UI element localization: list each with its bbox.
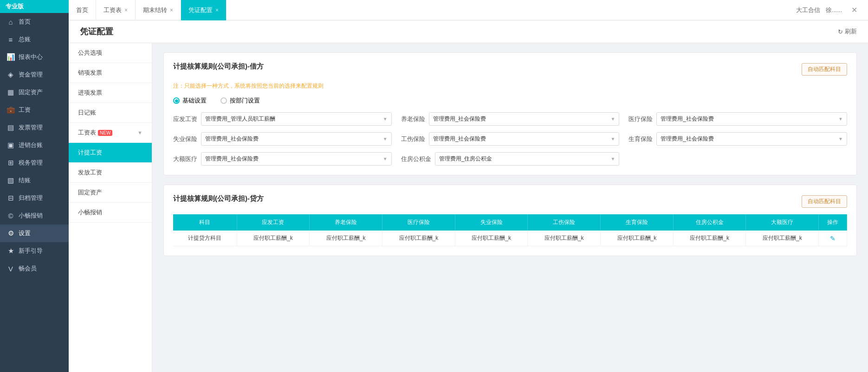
- content-area: 公共选项 销项发票 进项发票 日记账 工资表 NEW ▼ 计提工资 发放工资: [69, 43, 868, 372]
- chevron-down-icon: ▼: [610, 116, 615, 122]
- user-avatar: 徐......: [826, 6, 842, 14]
- sidebar-item-capital[interactable]: ◈ 资金管理: [0, 66, 69, 83]
- nav-journal[interactable]: 日记账: [69, 103, 152, 123]
- form-row-medical: 医疗保险 管理费用_社会保险费 ▼: [628, 112, 847, 126]
- ledger-icon: ≡: [6, 36, 15, 44]
- sidebar-item-label: 首页: [19, 18, 31, 26]
- sidebar-item-settings[interactable]: ⚙ 设置: [0, 224, 69, 242]
- select-medical-text: 管理费用_社会保险费: [661, 115, 836, 123]
- sidebar-item-invoice[interactable]: ▤ 发票管理: [0, 119, 69, 136]
- sidebar-item-label: 新手引导: [19, 247, 43, 255]
- tab-home[interactable]: 首页: [69, 0, 96, 20]
- tab-period-close[interactable]: 期末结转 ×: [136, 0, 181, 20]
- label-salary: 应发工资: [173, 115, 197, 123]
- nav-pay-salary[interactable]: 发放工资: [69, 163, 152, 183]
- sidebar-item-archive[interactable]: ⊟ 归档管理: [0, 189, 69, 207]
- select-housing[interactable]: 管理费用_住房公积金 ▼: [435, 152, 620, 166]
- sidebar-item-close[interactable]: ▧ 结账: [0, 172, 69, 189]
- sidebar-item-label: 报表中心: [19, 53, 43, 61]
- sidebar-item-xiao[interactable]: © 小畅报销: [0, 207, 69, 224]
- td-salary: 应付职工薪酬_k: [237, 231, 310, 246]
- select-major-medical-text: 管理费用_社会保险费: [205, 155, 381, 163]
- select-unemployment[interactable]: 管理费用_社会保险费 ▼: [201, 132, 392, 146]
- capital-icon: ◈: [6, 71, 15, 79]
- sidebar-item-ledger[interactable]: ≡ 总账: [0, 31, 69, 48]
- tab-period-close-close[interactable]: ×: [170, 7, 173, 13]
- th-injury: 工伤保险: [528, 214, 601, 231]
- sidebar-item-tax[interactable]: ⊞ 税务管理: [0, 154, 69, 172]
- left-nav: 公共选项 销项发票 进项发票 日记账 工资表 NEW ▼ 计提工资 发放工资: [69, 43, 152, 372]
- nav-ti-salary[interactable]: 计提工资: [69, 143, 152, 163]
- select-maternity-text: 管理费用_社会保险费: [661, 135, 836, 143]
- nav-expense[interactable]: 小畅报销: [69, 203, 152, 223]
- td-maternity: 应付职工薪酬_k: [601, 231, 674, 246]
- nav-public-label: 公共选项: [78, 49, 102, 57]
- tab-voucher-config[interactable]: 凭证配置 ×: [181, 0, 227, 20]
- th-salary: 应发工资: [237, 214, 310, 231]
- home-icon: ⌂: [6, 18, 15, 26]
- section-debit-note: 注：只能选择一种方式，系统将按照您当前的选择来配置规则: [173, 82, 847, 90]
- nav-fixed-assets[interactable]: 固定资产: [69, 183, 152, 203]
- select-medical[interactable]: 管理费用_社会保险费 ▼: [656, 112, 847, 126]
- nav-salary-table-label: 工资表: [78, 128, 96, 137]
- tab-salary-table-label: 工资表: [104, 6, 122, 14]
- th-pension: 养老保险: [310, 214, 382, 231]
- nav-public[interactable]: 公共选项: [69, 43, 152, 63]
- chevron-down-icon: ▼: [838, 116, 843, 122]
- select-unemployment-text: 管理费用_社会保险费: [205, 135, 381, 143]
- sidebar-item-guide[interactable]: ★ 新手引导: [0, 242, 69, 260]
- radio-basic-circle: [173, 97, 180, 104]
- th-unemployment: 失业保险: [455, 214, 528, 231]
- label-major-medical: 大额医疗: [173, 155, 197, 163]
- radio-dept[interactable]: 按部门设置: [220, 96, 260, 105]
- nav-pay-salary-label: 发放工资: [78, 168, 102, 177]
- td-action[interactable]: ✎: [819, 231, 847, 246]
- td-medical: 应付职工薪酬_k: [382, 231, 455, 246]
- select-major-medical[interactable]: 管理费用_社会保险费 ▼: [201, 152, 392, 166]
- select-pension[interactable]: 管理费用_社会保险费 ▼: [429, 112, 620, 126]
- sidebar-item-report[interactable]: 📊 报表中心: [0, 48, 69, 66]
- form-row-major-medical: 大额医疗 管理费用_社会保险费 ▼: [173, 152, 392, 166]
- sidebar-item-label: 工资: [19, 106, 31, 114]
- section-credit: 计提核算规则(公司承担)-贷方 自动匹配科目 科目 应发工资 养老保险 医疗保险…: [163, 185, 857, 256]
- label-maternity: 生育保险: [628, 135, 653, 143]
- td-injury: 应付职工薪酬_k: [528, 231, 601, 246]
- sidebar-item-vip[interactable]: V 畅会员: [0, 260, 69, 277]
- assets-icon: ▦: [6, 88, 15, 96]
- refresh-button[interactable]: ↻ 刷新: [838, 27, 857, 36]
- tab-salary-close[interactable]: ×: [124, 7, 128, 13]
- select-salary[interactable]: 管理费用_管理人员职工薪酬 ▼: [201, 112, 392, 126]
- edit-icon[interactable]: ✎: [830, 235, 836, 242]
- nav-enter-invoice[interactable]: 进项发票: [69, 83, 152, 103]
- form-row-pension: 养老保险 管理费用_社会保险费 ▼: [401, 112, 620, 126]
- select-maternity[interactable]: 管理费用_社会保险费 ▼: [656, 132, 847, 146]
- sidebar-item-label: 发票管理: [19, 123, 43, 132]
- chevron-down-icon: ▼: [610, 136, 615, 141]
- form-grid: 应发工资 管理费用_管理人员职工薪酬 ▼ 养老保险 管理费用_社会保险费 ▼: [173, 112, 847, 166]
- tab-voucher-close[interactable]: ×: [215, 7, 219, 13]
- select-injury[interactable]: 管理费用_社会保险费 ▼: [429, 132, 620, 146]
- invoice-icon: ▤: [6, 123, 15, 132]
- nav-salary-table[interactable]: 工资表 NEW ▼: [69, 123, 152, 143]
- refresh-label: 刷新: [845, 27, 857, 36]
- close-period-icon: ▧: [6, 176, 15, 185]
- archive-icon: ⊟: [6, 194, 15, 202]
- sidebar-item-salary[interactable]: 💼 工资: [0, 101, 69, 119]
- tab-home-label: 首页: [76, 6, 88, 14]
- radio-basic[interactable]: 基础设置: [173, 96, 207, 105]
- form-row-unemployment: 失业保险 管理费用_社会保险费 ▼: [173, 132, 392, 146]
- tab-salary-table[interactable]: 工资表 ×: [96, 0, 136, 20]
- tab-period-close-label: 期末结转: [143, 6, 167, 14]
- auto-match-credit-button[interactable]: 自动匹配科目: [802, 195, 847, 208]
- sidebar-item-assets[interactable]: ▦ 固定资产: [0, 83, 69, 101]
- select-injury-text: 管理费用_社会保险费: [433, 135, 609, 143]
- nav-fixed-assets-label: 固定资产: [78, 188, 102, 197]
- form-row-maternity: 生育保险 管理费用_社会保险费 ▼: [628, 132, 847, 146]
- nav-cancel-invoice[interactable]: 销项发票: [69, 63, 152, 83]
- window-close-button[interactable]: ✕: [848, 4, 861, 17]
- auto-match-debit-button[interactable]: 自动匹配科目: [802, 63, 847, 76]
- sidebar-item-home[interactable]: ⌂ 首页: [0, 13, 69, 31]
- td-subject: 计提贷方科目: [173, 231, 237, 246]
- section-debit-title: 计提核算规则(公司承担)-借方: [173, 62, 264, 71]
- sidebar-item-purchase[interactable]: ▣ 进销台账: [0, 136, 69, 154]
